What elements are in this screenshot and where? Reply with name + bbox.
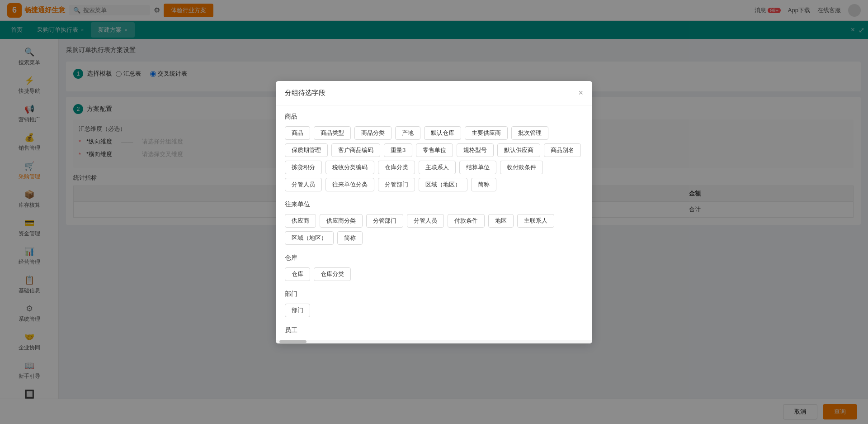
modal-close-btn[interactable]: × [578,88,583,98]
tag-product-6[interactable]: 批次管理 [511,126,548,140]
section-warehouse-tags: 仓库 仓库分类 [285,267,583,281]
tag-product-5[interactable]: 主要供应商 [465,126,508,140]
tag-product-24[interactable]: 简称 [471,178,496,191]
tag-product-12[interactable]: 默认供应商 [497,143,540,157]
section-warehouse-title: 仓库 [285,254,583,262]
tag-product-20[interactable]: 分管人员 [285,178,322,191]
modal: 分组待选字段 × 商品 商品 商品类型 商品分类 产地 默认仓库 主要供应商 批… [276,81,592,343]
tag-product-23[interactable]: 区域（地区） [419,178,467,191]
section-staff-title: 员工 [285,326,583,334]
tag-product-13[interactable]: 商品别名 [544,143,581,157]
tag-product-3[interactable]: 产地 [395,126,420,140]
tag-product-1[interactable]: 商品类型 [314,126,351,140]
modal-scrollbar-thumb[interactable] [279,340,307,343]
tag-product-8[interactable]: 客户商品编码 [331,143,380,157]
tag-product-19[interactable]: 收付款条件 [500,161,543,174]
section-dept-tags: 部门 [285,304,583,317]
tag-dept-0[interactable]: 部门 [285,304,310,317]
tag-partner-5[interactable]: 地区 [488,214,514,228]
modal-header: 分组待选字段 × [276,81,592,105]
section-partner-title: 往来单位 [285,200,583,209]
tag-product-17[interactable]: 主联系人 [419,161,456,174]
tag-product-4[interactable]: 默认仓库 [424,126,461,140]
modal-title: 分组待选字段 [285,89,326,97]
section-warehouse: 仓库 仓库 仓库分类 [285,254,583,281]
section-product-tags: 商品 商品类型 商品分类 产地 默认仓库 主要供应商 批次管理 保质期管理 客户… [285,126,583,191]
section-staff: 员工 业务员 [285,326,583,340]
section-product-title: 商品 [285,113,583,121]
tag-partner-4[interactable]: 付款条件 [448,214,485,228]
tag-partner-0[interactable]: 供应商 [285,214,316,228]
section-dept-title: 部门 [285,290,583,298]
tag-product-15[interactable]: 税收分类编码 [326,161,374,174]
tag-product-2[interactable]: 商品分类 [354,126,392,140]
tag-partner-7[interactable]: 区域（地区） [285,231,334,245]
tag-partner-1[interactable]: 供应商分类 [320,214,363,228]
section-product: 商品 商品 商品类型 商品分类 产地 默认仓库 主要供应商 批次管理 保质期管理… [285,113,583,191]
tag-warehouse-0[interactable]: 仓库 [285,267,310,281]
modal-scroll-bar [276,340,592,343]
modal-overlay: 分组待选字段 × 商品 商品 商品类型 商品分类 产地 默认仓库 主要供应商 批… [0,0,868,424]
section-partner-tags: 供应商 供应商分类 分管部门 分管人员 付款条件 地区 主联系人 区域（地区） … [285,214,583,245]
tag-product-9[interactable]: 重量3 [384,143,412,157]
tag-product-11[interactable]: 规格型号 [457,143,494,157]
section-partner: 往来单位 供应商 供应商分类 分管部门 分管人员 付款条件 地区 主联系人 区域… [285,200,583,245]
tag-product-7[interactable]: 保质期管理 [285,143,328,157]
tag-product-14[interactable]: 拣货积分 [285,161,322,174]
section-dept: 部门 部门 [285,290,583,317]
tag-partner-3[interactable]: 分管人员 [407,214,444,228]
tag-partner-6[interactable]: 主联系人 [517,214,554,228]
tag-partner-8[interactable]: 简称 [337,231,363,245]
tag-product-21[interactable]: 往来单位分类 [326,178,374,191]
tag-product-18[interactable]: 结算单位 [459,161,496,174]
tag-product-0[interactable]: 商品 [285,126,310,140]
tag-partner-2[interactable]: 分管部门 [366,214,403,228]
modal-body: 商品 商品 商品类型 商品分类 产地 默认仓库 主要供应商 批次管理 保质期管理… [276,105,592,340]
tag-product-10[interactable]: 零售单位 [416,143,453,157]
tag-product-16[interactable]: 仓库分类 [378,161,415,174]
tag-warehouse-1[interactable]: 仓库分类 [314,267,351,281]
tag-product-22[interactable]: 分管部门 [378,178,415,191]
